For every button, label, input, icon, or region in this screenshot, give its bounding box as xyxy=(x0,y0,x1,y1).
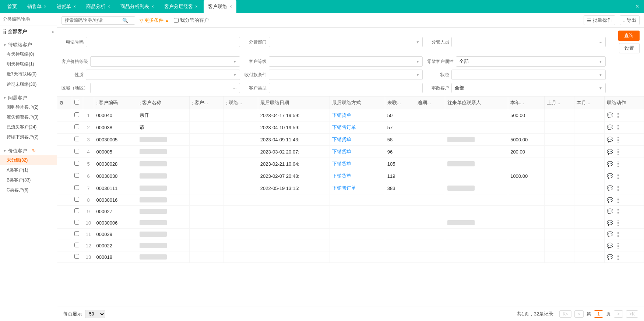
grid-action-icon[interactable]: ⣿ xyxy=(616,173,620,179)
my-customers-check-input[interactable] xyxy=(174,18,179,23)
row-checkbox[interactable] xyxy=(74,185,79,190)
row-checkbox[interactable] xyxy=(74,173,79,178)
sidebar-item-7days[interactable]: 近7天待联络(0) xyxy=(0,69,57,79)
chat-icon[interactable]: 💬 xyxy=(607,173,613,179)
nav-purchase[interactable]: 进货单 × xyxy=(52,0,80,13)
col-overdue[interactable]: 逾期... xyxy=(415,96,445,109)
manager-input[interactable]: ··· xyxy=(451,37,606,47)
row-checkbox[interactable] xyxy=(74,208,79,213)
price-grade-input[interactable]: ▼ xyxy=(90,56,240,67)
chat-icon[interactable]: 💬 xyxy=(607,112,613,118)
row-checkbox[interactable] xyxy=(74,161,79,166)
my-customers-checkbox[interactable]: 我分管的客户 xyxy=(174,17,209,24)
first-page-button[interactable]: K< xyxy=(559,310,571,318)
all-customers-header[interactable]: ⣿ 全部客户 « xyxy=(0,25,57,36)
nav-close-product-analysis[interactable]: × xyxy=(108,4,110,9)
col-name[interactable]: :客户名称 xyxy=(137,96,190,109)
sidebar-item-unclassified[interactable]: 未分组(32) xyxy=(0,155,57,165)
sidebar-group-value[interactable]: ▼ 价值客户 ↻ xyxy=(0,146,57,155)
nav-product-list[interactable]: 商品分析列表 × xyxy=(116,0,158,13)
collapse-sidebar-icon[interactable]: « xyxy=(52,30,54,34)
select-all-checkbox[interactable] xyxy=(74,100,79,105)
chat-icon[interactable]: 💬 xyxy=(607,137,613,142)
contact-method-link[interactable]: 下销货单 xyxy=(332,173,351,179)
col-this-month[interactable]: 本月... xyxy=(574,96,605,109)
batch-operation-button[interactable]: ☰ 批量操作 xyxy=(584,15,615,25)
sidebar-item-class-c[interactable]: C类客户(6) xyxy=(0,185,57,195)
col-last-month[interactable]: 上月... xyxy=(544,96,574,109)
row-checkbox[interactable] xyxy=(74,112,79,117)
col-last-contact-method[interactable]: 最后联络方式 xyxy=(330,96,385,109)
sidebar-item-today[interactable]: 今天待联络(0) xyxy=(0,49,57,59)
grid-action-icon[interactable]: ⣿ xyxy=(616,149,620,155)
page-size-select[interactable]: 50 100 200 xyxy=(85,310,105,318)
chat-icon[interactable]: 💬 xyxy=(607,254,613,260)
contact-method-link[interactable]: 下销货单 xyxy=(332,149,351,154)
col-type[interactable]: :客户... xyxy=(190,96,224,109)
chat-icon[interactable]: 💬 xyxy=(607,231,613,237)
col-contact[interactable]: :联络... xyxy=(224,96,258,109)
grid-action-icon[interactable]: ⣿ xyxy=(616,185,620,191)
nav-customer-contact[interactable]: 客户联络 × xyxy=(204,0,236,13)
nav-close-sales[interactable]: × xyxy=(44,4,46,9)
refresh-icon[interactable]: ↻ xyxy=(32,148,36,154)
col-not-contacted[interactable]: 未联... xyxy=(385,96,415,109)
row-checkbox[interactable] xyxy=(74,137,79,141)
sidebar-group-problem[interactable]: ▼ 问题客户 xyxy=(0,93,57,102)
chat-icon[interactable]: 💬 xyxy=(607,185,613,191)
status-input[interactable]: ▼ xyxy=(451,70,606,80)
sidebar-item-class-a[interactable]: A类客户(1) xyxy=(0,165,57,175)
chat-icon[interactable]: 💬 xyxy=(607,208,613,214)
chat-icon[interactable]: 💬 xyxy=(607,124,613,130)
col-settings[interactable]: ⚙ xyxy=(57,96,72,109)
region-input[interactable]: ··· xyxy=(90,83,240,93)
sidebar-item-overdue[interactable]: 逾期未联络(30) xyxy=(0,80,57,89)
col-this-year[interactable]: 本年... xyxy=(508,96,544,109)
more-conditions-button[interactable]: ▽ 更多条件 ▲ xyxy=(140,17,169,24)
phone-input[interactable] xyxy=(86,37,240,47)
contact-method-link[interactable]: 下销售订单 xyxy=(332,185,356,191)
chat-icon[interactable]: 💬 xyxy=(607,149,613,155)
query-button[interactable]: 查询 xyxy=(618,31,640,41)
export-button[interactable]: ↓ 导出 xyxy=(620,15,640,25)
nav-close-segment[interactable]: × xyxy=(195,4,198,9)
row-checkbox[interactable] xyxy=(74,124,79,129)
contact-method-link[interactable]: 下销售订单 xyxy=(332,124,356,130)
nav-close-purchase[interactable]: × xyxy=(73,4,76,9)
window-close-button[interactable]: × xyxy=(633,3,641,10)
next-page-button[interactable]: > xyxy=(614,310,623,318)
nav-customer-segment[interactable]: 客户分层经客 × xyxy=(160,0,202,13)
customer-type-input[interactable] xyxy=(269,83,423,93)
sidebar-item-churn-warning[interactable]: 流失预警客户(3) xyxy=(0,112,57,122)
prev-page-button[interactable]: < xyxy=(574,310,584,318)
settings-gear-icon[interactable]: ⚙ xyxy=(59,100,64,106)
row-checkbox[interactable] xyxy=(74,149,79,154)
customer-grade-input[interactable]: ▼ xyxy=(269,56,423,67)
nav-sales-order[interactable]: 销售单 × xyxy=(23,0,51,13)
chat-icon[interactable]: 💬 xyxy=(607,161,613,167)
contact-method-link[interactable]: 下销货单 xyxy=(332,112,351,118)
search-icon-filter[interactable]: 🔍 xyxy=(122,18,128,23)
col-last-contact-date[interactable]: 最后联络日期 xyxy=(258,96,330,109)
grid-action-icon[interactable]: ⣿ xyxy=(616,220,620,226)
grid-action-icon[interactable]: ⣿ xyxy=(616,161,620,167)
last-page-button[interactable]: >K xyxy=(626,310,638,318)
row-checkbox[interactable] xyxy=(74,231,79,236)
sidebar-group-pending[interactable]: ▼ 待联络客户 xyxy=(0,40,57,49)
row-checkbox[interactable] xyxy=(74,243,79,247)
retail-attr-input[interactable]: 全部▼ xyxy=(456,56,606,67)
grid-action-icon[interactable]: ⣿ xyxy=(616,243,620,248)
grid-action-icon[interactable]: ⣿ xyxy=(616,124,620,130)
contact-method-link[interactable]: 下销货单 xyxy=(332,137,351,142)
chat-icon[interactable]: 💬 xyxy=(607,243,613,248)
grid-action-icon[interactable]: ⣿ xyxy=(616,254,620,260)
contact-method-link[interactable]: 下销货单 xyxy=(332,161,351,166)
grid-action-icon[interactable]: ⣿ xyxy=(616,137,620,142)
sidebar-item-hoarding[interactable]: 囤购异常客户(2) xyxy=(0,102,57,112)
grid-action-icon[interactable]: ⣿ xyxy=(616,197,620,203)
chat-icon[interactable]: 💬 xyxy=(607,220,613,226)
sidebar-item-lost[interactable]: 已流失客户(24) xyxy=(0,122,57,132)
grid-action-icon[interactable]: ⣿ xyxy=(616,112,620,118)
search-input[interactable] xyxy=(65,18,120,23)
nav-home[interactable]: 首页 xyxy=(3,0,21,13)
